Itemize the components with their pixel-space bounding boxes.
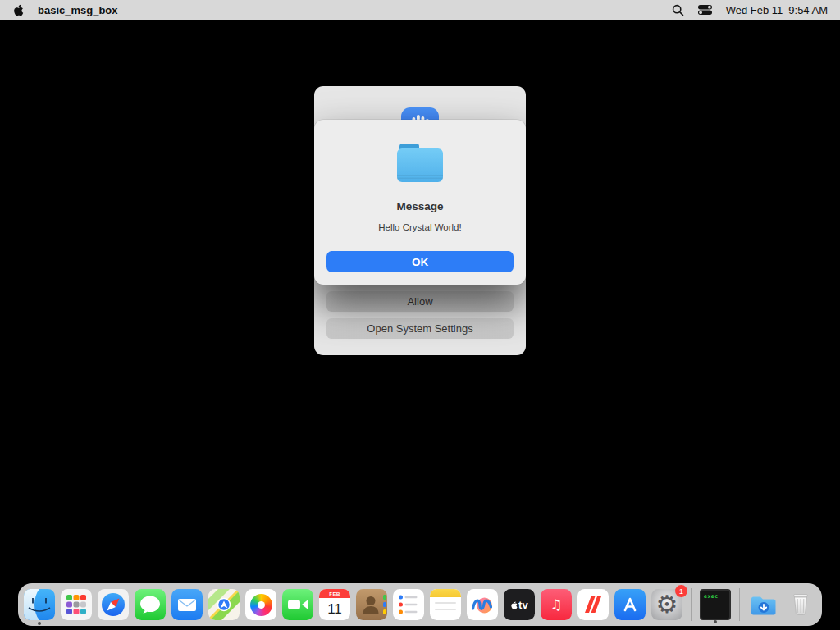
apple-tv-label: tv <box>518 599 528 611</box>
message-dialog-window: Message Hello Crystal World! OK <box>314 120 526 285</box>
dock-item-music[interactable]: ♫ <box>541 589 572 620</box>
menu-bar: basic_msg_box Wed Feb 11 9:54 AM <box>0 0 840 20</box>
dock: FEB 11 <box>18 583 822 626</box>
dock-item-reminders[interactable] <box>393 589 424 620</box>
spotlight-search-button[interactable] <box>672 4 684 16</box>
dock-item-mail[interactable] <box>171 589 203 620</box>
dock-item-system-settings[interactable]: ⚙ 1 <box>651 589 682 620</box>
ok-button[interactable]: OK <box>326 251 514 272</box>
photos-pinwheel-icon <box>250 594 272 616</box>
music-note-icon: ♫ <box>550 596 562 613</box>
active-app-menu[interactable]: basic_msg_box <box>38 4 118 16</box>
calendar-month-label: FEB <box>319 589 350 598</box>
dock-item-apple-tv[interactable]: tv <box>504 589 535 620</box>
dock-item-finder[interactable] <box>24 589 55 620</box>
menu-bar-time: 9:54 AM <box>788 4 828 16</box>
control-center-button[interactable] <box>698 5 712 15</box>
dock-item-notes[interactable] <box>430 589 461 620</box>
dock-item-safari[interactable] <box>98 589 129 620</box>
dock-item-freeform[interactable] <box>467 589 498 620</box>
dock-item-trash[interactable] <box>785 589 816 620</box>
dock-item-messages[interactable] <box>135 589 166 620</box>
dock-item-facetime[interactable] <box>282 589 313 620</box>
dock-divider <box>691 588 692 621</box>
dock-item-downloads[interactable] <box>748 589 779 620</box>
dock-item-maps[interactable] <box>208 589 240 620</box>
search-icon <box>672 4 684 16</box>
dock-item-app-store[interactable] <box>614 589 646 620</box>
dock-divider <box>739 588 740 621</box>
exec-label: exec <box>701 591 719 600</box>
apple-logo-small-icon <box>510 600 518 609</box>
open-system-settings-button[interactable]: Open System Settings <box>326 318 514 339</box>
dock-item-news[interactable] <box>578 589 609 620</box>
calendar-day-label: 11 <box>319 598 350 620</box>
dock-item-contacts[interactable] <box>356 589 387 620</box>
dock-item-photos[interactable] <box>245 589 276 620</box>
desktop: basic_msg_box Wed Feb 11 9:54 AM <box>0 0 840 630</box>
dock-item-calendar[interactable]: FEB 11 <box>319 589 350 620</box>
dialog-message: Hello Crystal World! <box>314 222 526 232</box>
apple-logo-icon <box>12 3 24 16</box>
blue-folder-icon <box>395 139 445 185</box>
gear-icon: ⚙ <box>656 589 678 620</box>
allow-button[interactable]: Allow <box>326 291 514 312</box>
running-indicator-dot <box>38 622 41 625</box>
control-center-icon <box>698 5 712 15</box>
menu-bar-date: Wed Feb 11 <box>726 4 783 16</box>
dock-item-launchpad[interactable] <box>61 589 92 620</box>
dialog-title: Message <box>314 200 526 212</box>
dock-item-exec-terminal[interactable]: exec <box>700 589 731 620</box>
notes-header-strip <box>430 589 461 597</box>
apple-menu[interactable] <box>12 3 24 16</box>
menu-bar-clock[interactable]: Wed Feb 11 9:54 AM <box>726 4 828 16</box>
running-indicator-dot <box>714 620 717 623</box>
notification-badge: 1 <box>675 585 687 597</box>
